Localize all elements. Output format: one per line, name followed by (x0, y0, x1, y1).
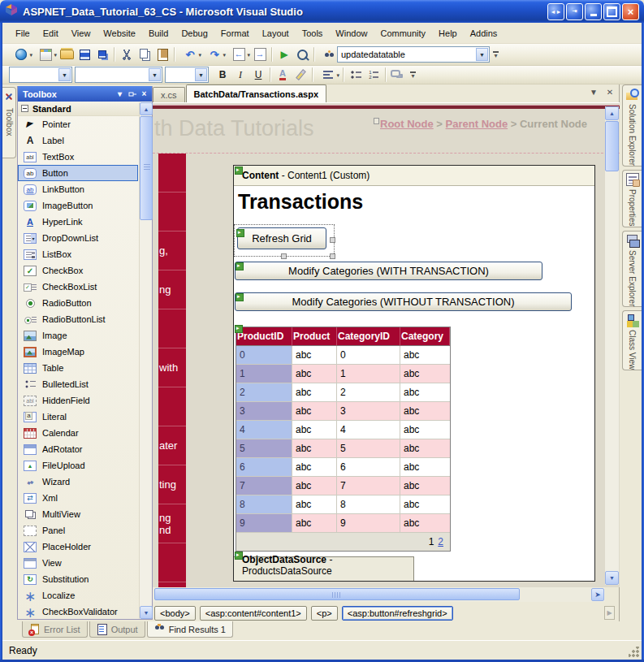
hyperlink-tb-icon[interactable] (389, 67, 407, 83)
toolbox-item[interactable]: PlaceHolder (18, 539, 138, 555)
open-file-icon[interactable] (58, 46, 76, 63)
menu-item[interactable]: Format (214, 26, 256, 41)
scroll-up-icon[interactable]: ▲ (140, 102, 153, 115)
chevron-down-icon[interactable]: ▼ (476, 48, 488, 61)
menu-item[interactable]: Website (97, 26, 142, 41)
smart-tag-icon[interactable] (236, 229, 244, 237)
window-position-icon[interactable]: ▾ (114, 88, 126, 100)
toolbox-item[interactable]: Substitution (18, 571, 138, 587)
smart-tag-icon[interactable] (235, 167, 243, 175)
menu-item[interactable]: Community (374, 26, 432, 41)
toolbox-item[interactable]: TextBox (18, 149, 138, 165)
nav-item[interactable]: ng nd (158, 504, 186, 543)
scroll-up-icon[interactable]: ▲ (605, 106, 619, 120)
bullets-icon[interactable] (347, 67, 365, 83)
toolbox-item[interactable]: Localize (18, 587, 138, 604)
navigate-forward-icon[interactable] (251, 46, 269, 63)
close-document-icon[interactable]: ✕ (604, 88, 616, 97)
toolbox-item[interactable]: View (18, 555, 138, 571)
side-panel-tab[interactable]: Server Explorer (622, 231, 642, 307)
italic-icon[interactable] (231, 67, 249, 83)
cut-icon[interactable] (118, 46, 136, 63)
highlight-icon[interactable] (292, 67, 309, 83)
design-horizontal-scrollbar[interactable] (153, 587, 605, 602)
find-combo[interactable]: updatedatatable ▼ (337, 46, 490, 63)
toolbox-item[interactable]: Calendar (18, 425, 138, 441)
toolbox-item[interactable]: Pointer (18, 116, 138, 132)
modify-without-transaction-button[interactable]: Modify Categories (WITHOUT TRANSACTION) (235, 292, 572, 311)
tag-navigator-item[interactable]: <p> (311, 606, 338, 621)
undo-icon[interactable] (178, 46, 202, 63)
sidebar-tab-toolbox[interactable]: Toolbox (2, 87, 16, 158)
toolbox-item[interactable]: Panel (18, 522, 138, 539)
scrollbar-thumb[interactable] (140, 116, 153, 220)
toolbox-item[interactable]: LinkButton (18, 181, 138, 197)
smart-tag-icon[interactable] (235, 325, 243, 333)
document-tab[interactable]: x.cs (153, 87, 185, 102)
copy-icon[interactable] (136, 46, 153, 63)
close-icon[interactable]: × (138, 88, 150, 100)
toolbox-item[interactable]: MultiView (18, 506, 138, 522)
nav-item[interactable]: ater (158, 426, 186, 465)
scroll-right-icon[interactable]: ➤ (591, 588, 604, 601)
toolbox-section-standard[interactable]: Standard (18, 102, 152, 116)
start-debug-icon[interactable] (275, 46, 293, 63)
toolbox-scrollbar[interactable]: ▲ ▼ (139, 102, 152, 619)
font-name-combo[interactable]: ▼ (75, 67, 162, 83)
resize-handle[interactable] (330, 253, 335, 259)
toolbox-item[interactable]: Button (18, 165, 138, 181)
toolbox-item[interactable]: CheckBoxList (18, 279, 138, 295)
collapse-icon[interactable] (21, 105, 28, 112)
smart-tag-icon[interactable] (236, 262, 244, 270)
bottom-tab[interactable]: Output (89, 621, 145, 638)
toolbox-item[interactable]: Image (18, 327, 138, 344)
numbering-icon[interactable] (365, 67, 383, 83)
toolbox-item[interactable]: AdRotator (18, 441, 138, 457)
paste-icon[interactable] (153, 46, 171, 63)
window-control-button[interactable]: × (622, 3, 639, 20)
bottom-tab[interactable]: Find Results 1 (147, 621, 233, 638)
toolbox-item[interactable]: Table (18, 360, 138, 376)
new-website-icon[interactable] (9, 46, 33, 63)
nav-item[interactable]: ting (158, 465, 186, 504)
nav-item[interactable]: with (158, 348, 186, 387)
scroll-down-icon[interactable]: ▼ (140, 606, 153, 619)
content-region-header[interactable]: Content - Content1 (Custom) (234, 166, 594, 186)
toolbar-overflow-icon[interactable] (491, 46, 500, 63)
navigate-back-icon[interactable] (227, 46, 251, 63)
resize-handle[interactable] (330, 237, 335, 243)
smart-tag-icon[interactable] (235, 552, 243, 560)
toolbox-item[interactable]: ImageMap (18, 344, 138, 360)
toolbox-item[interactable]: ListBox (18, 246, 138, 262)
font-color-icon[interactable] (274, 67, 292, 83)
underline-icon[interactable] (249, 67, 267, 83)
bottom-tab[interactable]: Error List (22, 621, 88, 638)
resize-handle[interactable] (281, 253, 287, 259)
resize-grip[interactable] (629, 647, 640, 658)
toolbox-item[interactable]: FileUpload (18, 457, 138, 474)
tag-navigator-item[interactable]: <body> (154, 606, 196, 621)
toolbox-item[interactable]: BulletedList (18, 376, 138, 392)
side-panel-tab[interactable]: Class View (622, 310, 642, 370)
scrollbar-thumb[interactable] (154, 588, 520, 600)
side-panel-tab[interactable]: Solution Explorer (622, 84, 642, 167)
scroll-down-icon[interactable]: ▼ (605, 571, 619, 585)
tab-list-chevron-icon[interactable]: ▼ (588, 88, 599, 97)
toolbox-item[interactable]: Literal (18, 409, 138, 425)
save-icon[interactable] (76, 46, 93, 63)
design-vertical-scrollbar[interactable]: ▲ ▼ (605, 106, 619, 585)
toolbox-item[interactable]: CheckBoxValidator (18, 604, 138, 619)
menu-item[interactable]: Debug (175, 26, 214, 41)
smart-tag-icon[interactable] (236, 293, 244, 301)
browse-with-icon[interactable] (293, 46, 311, 63)
side-panel-tab[interactable]: Properties (622, 170, 642, 227)
scrollbar-thumb[interactable] (605, 121, 619, 171)
menu-item[interactable]: Layout (256, 26, 296, 41)
toolbox-item[interactable]: DropDownList (18, 230, 138, 246)
menu-item[interactable]: Help (432, 26, 464, 41)
nav-item[interactable] (158, 543, 186, 582)
document-tab[interactable]: BatchData/Transactions.aspx (186, 84, 326, 102)
window-control-button[interactable] (585, 3, 602, 20)
tag-navigator-item[interactable]: <asp:button#refreshgrid> (342, 606, 453, 621)
tag-navigator-item[interactable]: <asp:content#content1> (200, 606, 307, 621)
